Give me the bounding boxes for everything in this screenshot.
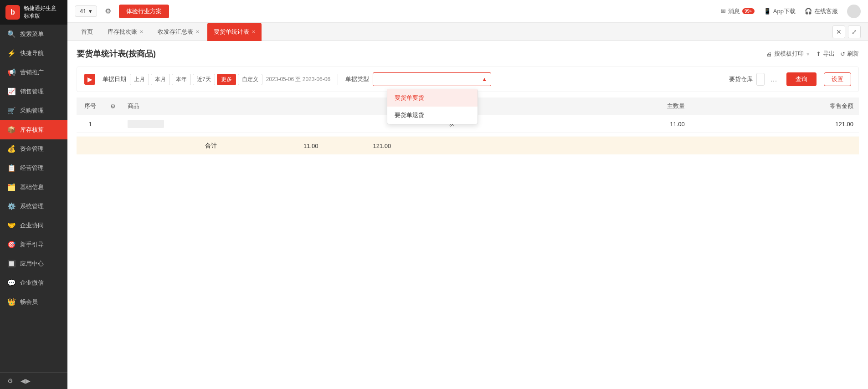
dropdown-item-return[interactable]: 要货单退货: [387, 107, 478, 124]
total-amount: 121.00: [346, 143, 419, 149]
sidebar-icon-purchase: 🛒: [7, 107, 15, 115]
trial-btn[interactable]: 体验行业方案: [119, 5, 169, 18]
tab-order-stat-close[interactable]: ×: [252, 29, 255, 35]
sidebar-icon-member: 👑: [7, 298, 15, 306]
logo-text: 畅捷通好生意 标准版: [24, 5, 56, 20]
tab-shipment[interactable]: 收发存汇总表 ×: [151, 23, 205, 41]
sidebar-item-shortcut[interactable]: ⚡快捷导航: [0, 44, 67, 63]
messages-btn[interactable]: ✉ 消息 99+: [721, 7, 755, 15]
sidebar-settings-btn[interactable]: ⚙: [7, 377, 13, 384]
sidebar: b 畅捷通好生意 标准版 🔍搜索菜单⚡快捷导航📢营销推广📈销售管理🛒采购管理📦库…: [0, 0, 67, 389]
filter-expand-btn[interactable]: ▶: [84, 74, 95, 85]
sidebar-item-inventory[interactable]: 📦库存核算: [0, 120, 67, 139]
date-btn-more[interactable]: 更多: [217, 74, 236, 85]
sidebar-item-member[interactable]: 👑畅会员: [0, 292, 67, 312]
page-content: 要货单统计表(按商品) 🖨 按模板打印 ▾ ⬆ 导出 ↺ 刷新: [67, 41, 868, 389]
sidebar-item-operations[interactable]: 📋经营管理: [0, 159, 67, 178]
type-select-field[interactable]: ▲: [373, 72, 491, 86]
sidebar-icon-operations: 📋: [7, 164, 15, 172]
tab-shipment-close[interactable]: ×: [196, 29, 199, 35]
date-btn-custom[interactable]: 自定义: [238, 74, 262, 85]
date-btn-this-year[interactable]: 本年: [172, 74, 191, 85]
cell-settings-1: [104, 115, 122, 133]
date-label: 单据日期: [103, 75, 126, 83]
col-seq: 序号: [77, 97, 104, 115]
sidebar-icon-search: 🔍: [7, 30, 15, 38]
type-filter-group: 单据类型 ▲: [345, 72, 491, 86]
page-actions: 🖨 按模板打印 ▾ ⬆ 导出 ↺ 刷新: [766, 50, 859, 58]
date-btn-last-month[interactable]: 上月: [130, 74, 149, 85]
tabs-actions: ✕ ⤢: [832, 26, 861, 38]
support-btn[interactable]: 🎧 在线客服: [805, 7, 838, 15]
sidebar-icon-finance: 💰: [7, 145, 15, 153]
sidebar-item-sales[interactable]: 📈销售管理: [0, 82, 67, 101]
sidebar-label-guide: 新手引导: [20, 241, 44, 249]
date-btn-this-month[interactable]: 本月: [151, 74, 170, 85]
total-quantity: 11.00: [276, 143, 346, 149]
sidebar-icon-inventory: 📦: [7, 126, 15, 134]
sidebar-item-guide[interactable]: 🎯新手引导: [0, 235, 67, 254]
warehouse-more-icon[interactable]: …: [768, 75, 779, 83]
col-settings[interactable]: ⚙: [104, 97, 122, 115]
col-quantity: 主数量: [550, 97, 690, 115]
total-row: 合计 11.00 121.00: [77, 137, 859, 154]
print-icon: 🖨: [766, 51, 772, 57]
sidebar-item-system[interactable]: ⚙️系统管理: [0, 197, 67, 216]
type-dropdown: 要货单要货 要货单退货: [387, 89, 478, 124]
tab-batch-label: 库存批次账: [108, 28, 137, 36]
app-download-label: App下载: [773, 7, 796, 15]
export-btn[interactable]: ⬆ 导出: [816, 50, 835, 58]
sidebar-item-basic[interactable]: 🗂️基础信息: [0, 178, 67, 197]
sidebar-item-finance[interactable]: 💰资金管理: [0, 139, 67, 159]
date-btn-7days[interactable]: 近7天: [193, 74, 215, 85]
sidebar-footer: ⚙ ◀▶: [0, 372, 67, 389]
col-product: 商品: [122, 97, 353, 115]
sidebar-icon-enterprise: 🤝: [7, 221, 15, 230]
type-select-value: [373, 73, 478, 86]
sidebar-label-system: 系统管理: [20, 202, 44, 210]
topbar-gear-btn[interactable]: ⚙: [102, 5, 114, 18]
product-name-1: [128, 120, 164, 128]
topbar: 41 ▾ ⚙ 体验行业方案 ✉ 消息 99+ 📱 App下载 🎧 在线客服: [67, 0, 868, 23]
tab-shipment-label: 收发存汇总表: [158, 28, 193, 36]
sidebar-icon-wechat: 💬: [7, 279, 15, 287]
refresh-btn[interactable]: ↺ 刷新: [840, 50, 859, 58]
type-label: 单据类型: [345, 75, 369, 83]
sidebar-item-enterprise[interactable]: 🤝企业协同: [0, 216, 67, 235]
app-download-btn[interactable]: 📱 App下载: [764, 7, 796, 15]
tab-batch-close[interactable]: ×: [140, 29, 143, 35]
print-label: 按模板打印: [774, 50, 804, 58]
user-avatar[interactable]: [847, 5, 861, 18]
sidebar-collapse-btn[interactable]: ◀▶: [21, 377, 31, 384]
page-title: 要货单统计表(按商品): [77, 48, 156, 59]
page-header: 要货单统计表(按商品) 🖨 按模板打印 ▾ ⬆ 导出 ↺ 刷新: [77, 48, 859, 59]
filter-divider-1: [338, 74, 338, 85]
tabs-close-btn[interactable]: ✕: [832, 26, 845, 38]
tab-batch[interactable]: 库存批次账 ×: [101, 23, 149, 41]
tab-order-stat-label: 要货单统计表: [214, 28, 249, 36]
export-icon: ⬆: [816, 51, 821, 57]
sidebar-item-wechat[interactable]: 💬企业微信: [0, 273, 67, 292]
sidebar-label-inventory: 库存核算: [20, 126, 44, 134]
sidebar-label-enterprise: 企业协同: [20, 221, 44, 230]
messages-badge: 99+: [742, 8, 755, 14]
filter-bar: ▶ 单据日期 上月 本月 本年 近7天 更多 自定义 2023-05-06 至 …: [77, 67, 859, 92]
total-label: 合计: [205, 142, 217, 150]
sidebar-item-purchase[interactable]: 🛒采购管理: [0, 101, 67, 120]
tabs-expand-btn[interactable]: ⤢: [848, 26, 861, 38]
type-select-chevron-up[interactable]: ▲: [478, 74, 491, 84]
dropdown-item-demand[interactable]: 要货单要货: [387, 89, 478, 107]
main-area: 41 ▾ ⚙ 体验行业方案 ✉ 消息 99+ 📱 App下载 🎧 在线客服: [67, 0, 868, 389]
sidebar-item-marketing[interactable]: 📢营销推广: [0, 63, 67, 82]
store-selector[interactable]: 41 ▾: [75, 5, 97, 17]
sidebar-label-basic: 基础信息: [20, 183, 44, 191]
tab-order-stat[interactable]: 要货单统计表 ×: [207, 23, 262, 41]
settings-btn[interactable]: 设置: [824, 72, 851, 86]
print-btn[interactable]: 🖨 按模板打印 ▾: [766, 50, 811, 58]
sidebar-icon-sales: 📈: [7, 87, 15, 96]
warehouse-input[interactable]: [756, 73, 765, 86]
tab-home[interactable]: 首页: [75, 23, 99, 41]
sidebar-item-search[interactable]: 🔍搜索菜单: [0, 25, 67, 44]
query-btn[interactable]: 查询: [786, 72, 817, 86]
sidebar-item-apps[interactable]: 🔲应用中心: [0, 254, 67, 273]
